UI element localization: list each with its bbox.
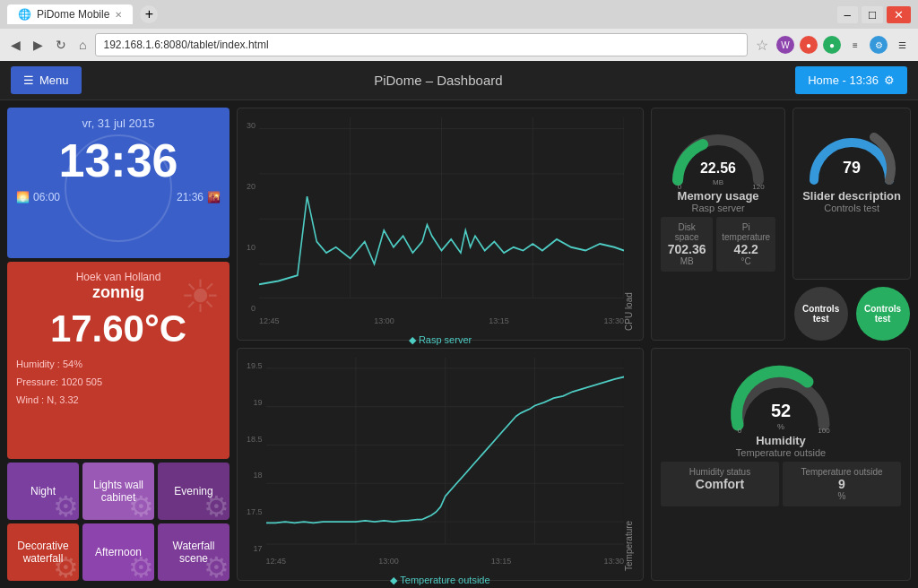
gear-bg-icon: ⚙	[53, 489, 79, 523]
scene-night-button[interactable]: ⚙ Night	[7, 463, 79, 520]
disk-space-unit: MB	[666, 256, 707, 266]
minimize-button[interactable]: –	[837, 6, 858, 23]
svg-text:22.56: 22.56	[700, 160, 736, 176]
tab-close-icon[interactable]: ✕	[115, 10, 122, 20]
reload-button[interactable]: ↻	[52, 36, 70, 54]
right-top-row: 22.56 MB 0 120 Memory usage Rasp server …	[651, 108, 911, 341]
temp-chart-area: 12:45 13:00 13:15 13:30	[266, 358, 624, 571]
temp-chart-title: Temperature outside	[247, 575, 634, 586]
right-bottom-row: 52 % 0 100 Humidity Temperature outside …	[651, 348, 911, 581]
cpu-chart-svg	[259, 117, 624, 309]
memory-gauge-svg: 22.56 MB 0 120	[669, 117, 767, 189]
forward-button[interactable]: ▶	[30, 36, 47, 54]
weather-details: Humidity : 54% Pressure: 1020 505 Wind :…	[16, 356, 221, 409]
tab-title: PiDome Mobile	[37, 8, 109, 21]
slider-gauge-svg: 79	[807, 117, 896, 189]
weather-wind: Wind : N, 3.32	[16, 392, 221, 410]
weather-humidity: Humidity : 54%	[16, 356, 221, 374]
gear-bg-icon-6: ⚙	[204, 550, 230, 584]
temp-chart-panel: 19.5 19 18.5 18 17.5 17	[237, 348, 644, 581]
cpu-chart-container: 30 20 10 0	[247, 117, 634, 331]
app-container: ☰ Menu PiDome – Dashboard Home - 13:36 ⚙…	[0, 61, 918, 588]
memory-info-grid: Disk space 702.36 MB Pi temperature 42.2…	[661, 217, 775, 272]
url-bar[interactable]	[95, 33, 748, 56]
scene-decorative-button[interactable]: ⚙ Decorative waterfall	[7, 523, 79, 581]
left-column: vr, 31 jul 2015 13:36 🌅 06:00 21:36 🌇 ☀ …	[7, 108, 230, 581]
sunrise-icon: 🌅	[16, 191, 30, 203]
memory-gauge-panel: 22.56 MB 0 120 Memory usage Rasp server …	[651, 108, 785, 341]
sunrise-info: 🌅 06:00	[16, 191, 60, 203]
pi-temp-unit: °C	[722, 256, 770, 266]
cpu-y-label: CPU load	[624, 117, 634, 331]
svg-text:0: 0	[678, 183, 682, 189]
cpu-x-0: 12:45	[259, 316, 280, 325]
temp-outside-label: Temperature outside	[788, 467, 896, 477]
sunset-icon: 🌇	[207, 191, 221, 203]
temp-y-mid4: 17.5	[247, 507, 263, 516]
browser-toolbar: ◀ ▶ ↻ ⌂ ☆ W ● ● ≡ ⚙ ☰	[0, 29, 918, 61]
scene-evening-button[interactable]: ⚙ Evening	[158, 463, 230, 520]
svg-text:0: 0	[738, 427, 742, 434]
home-button[interactable]: Home - 13:36 ⚙	[795, 66, 907, 94]
new-tab-button[interactable]: +	[140, 5, 158, 23]
svg-text:MB: MB	[713, 178, 723, 186]
temp-chart-container: 19.5 19 18.5 18 17.5 17	[247, 358, 634, 571]
scene-afternoon-button[interactable]: ⚙ Afternoon	[82, 523, 154, 581]
disk-space-value: 702.36	[666, 242, 707, 256]
ext-icon-2: ●	[823, 36, 841, 54]
right-column: 22.56 MB 0 120 Memory usage Rasp server …	[651, 108, 911, 581]
temp-x-1: 13:00	[378, 557, 399, 566]
ext-icon-1: ●	[800, 36, 818, 54]
ext-icon-4: ⚙	[870, 36, 888, 54]
ext-icon-3: ≡	[846, 36, 864, 54]
temp-y-mid2: 18.5	[247, 435, 263, 444]
temp-y-mid1: 19	[254, 398, 263, 407]
gear-bg-icon-4: ⚙	[53, 550, 79, 584]
temp-x-0: 12:45	[266, 557, 287, 566]
close-button[interactable]: ✕	[887, 6, 911, 23]
clock-bg-circle	[65, 134, 172, 242]
scene-lights-button[interactable]: ⚙ Lights wall cabinet	[82, 463, 154, 520]
hamburger-icon: ☰	[23, 74, 34, 87]
home-nav-button[interactable]: ⌂	[75, 36, 90, 54]
cpu-y-max: 30	[247, 121, 255, 130]
controls-test-btn-1[interactable]: Controls test	[794, 287, 848, 341]
scene-waterfall-button[interactable]: ⚙ Waterfall scene	[158, 523, 230, 581]
cpu-y-zero: 0	[251, 304, 255, 313]
memory-gauge-title: Memory usage	[678, 189, 759, 203]
svg-text:%: %	[777, 422, 784, 431]
cpu-x-2: 13:15	[489, 316, 509, 325]
cpu-chart-area: 12:45 13:00 13:15 13:30	[259, 117, 624, 331]
slider-subtitle: Controls test	[824, 203, 879, 213]
cpu-chart-title: Rasp server	[247, 334, 634, 346]
maximize-button[interactable]: □	[862, 6, 883, 23]
pi-temp-cell: Pi temperature 42.2 °C	[716, 217, 775, 272]
ext-icon-5: ☰	[893, 36, 911, 54]
svg-text:79: 79	[843, 159, 861, 177]
sun-bg-icon: ☀	[180, 271, 221, 323]
menu-label: Menu	[39, 74, 69, 87]
bookmark-icon[interactable]: ☆	[753, 36, 771, 54]
gear-bg-icon-2: ⚙	[128, 489, 154, 523]
humidity-status-label: Humidity status	[666, 467, 774, 477]
top-navbar: ☰ Menu PiDome – Dashboard Home - 13:36 ⚙	[0, 61, 918, 100]
slider-gauge-panel: 79 Slider description Controls test	[792, 108, 911, 280]
back-button[interactable]: ◀	[7, 36, 24, 54]
cpu-y-mid: 20	[247, 182, 255, 191]
gear-bg-icon-3: ⚙	[204, 489, 230, 523]
main-content: vr, 31 jul 2015 13:36 🌅 06:00 21:36 🌇 ☀ …	[0, 100, 918, 588]
humidity-status-row: Humidity status Comfort Temperature outs…	[661, 462, 901, 506]
humidity-gauge-title: Humidity	[756, 434, 806, 447]
disk-space-label: Disk space	[666, 222, 707, 242]
svg-text:52: 52	[771, 401, 791, 420]
controls-test-btn-2[interactable]: Controls test	[856, 287, 910, 341]
wp-icon: W	[776, 36, 794, 54]
browser-tab[interactable]: 🌐 PiDome Mobile ✕	[7, 4, 133, 24]
menu-button[interactable]: ☰ Menu	[11, 66, 82, 94]
weather-widget: ☀ Hoek van Holland zonnig 17.60°C Humidi…	[7, 262, 230, 459]
gear-bg-icon-5: ⚙	[128, 550, 154, 584]
middle-column: 30 20 10 0	[237, 108, 644, 581]
temp-y-mid3: 18	[254, 471, 263, 480]
sunset-info: 21:36 🌇	[177, 191, 221, 203]
temp-x-2: 13:15	[491, 557, 512, 566]
